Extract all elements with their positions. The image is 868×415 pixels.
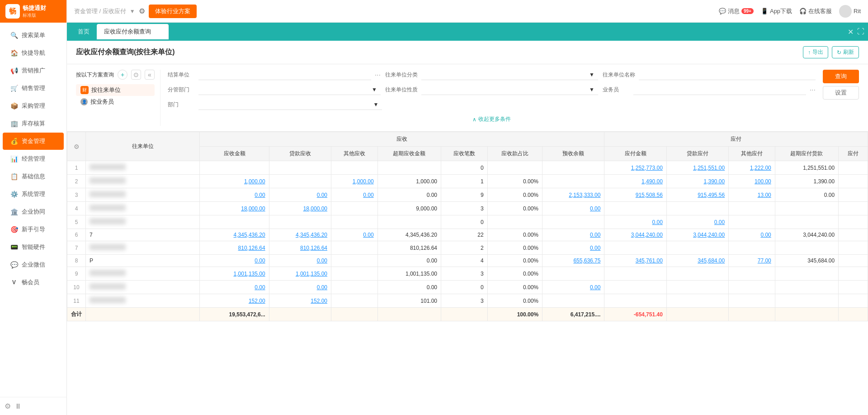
salesperson-dots[interactable]: ··· [810,86,816,94]
filter-option-by-unit[interactable]: 财 按往来单位 [76,84,155,96]
table-cell[interactable]: 0.00 [200,255,269,267]
col-settings[interactable]: ⚙ [67,132,86,161]
sidebar-item-inventory[interactable]: 🏢 库存核算 [3,115,64,132]
table-cell[interactable]: 1,252,773.00 [604,161,666,175]
tab-close-window-icon[interactable]: ✕ [848,28,854,36]
table-cell[interactable]: 1,222.00 [729,161,775,175]
table-cell[interactable]: 0.00 [604,215,666,229]
settings-filter-icon[interactable]: ⊙ [131,70,141,80]
settlement-unit-dots[interactable]: ··· [375,71,381,79]
app-download-action[interactable]: 📱 App下载 [761,7,792,15]
table-cell[interactable]: 915,508.56 [604,188,666,202]
sidebar-item-vip[interactable]: V 畅会员 [3,274,64,291]
sidebar-item-corp[interactable]: 🏛️ 企业协同 [3,203,64,220]
unit-category-select[interactable]: ▼ [421,70,598,80]
sidebar-item-system[interactable]: ⚙️ 系统管理 [3,186,64,203]
tab-close-icon[interactable]: ✕ [156,29,161,35]
table-cell[interactable]: 345,761.00 [604,255,666,267]
unit-nature-select[interactable]: ▼ [421,85,598,95]
promo-button[interactable]: 体验行业方案 [149,5,197,18]
table-cell[interactable]: 0.00 [542,281,604,294]
total-pre-bal[interactable]: 6,417,215.... [542,308,604,321]
set-button[interactable]: 设置 [823,86,859,100]
table-cell[interactable]: 18,000.00 [269,202,331,215]
table-cell[interactable]: 4,345,436.20 [269,229,331,241]
collapse-label: 收起更多条件 [478,115,511,123]
online-service-action[interactable]: 🎧 在线客服 [799,7,832,15]
table-cell[interactable]: 3,044,240.00 [666,229,728,241]
table-cell[interactable]: 13.00 [729,188,775,202]
table-cell[interactable]: 152.00 [269,294,331,308]
collapse-filter-icon[interactable]: « [145,70,155,80]
collapse-more-conditions[interactable]: ∧ 收起更多条件 [168,113,816,126]
table-cell[interactable]: 0.00 [269,281,331,294]
table-cell[interactable]: 1,390.00 [666,175,728,188]
dept-select[interactable]: ▼ [198,85,381,95]
sidebar-item-wechat[interactable]: 💬 企业微信 [3,256,64,273]
tab-fullscreen-icon[interactable]: ⛶ [857,28,864,36]
table-cell[interactable]: 1,000.00 [200,175,269,188]
sidebar-item-basic[interactable]: 📋 基础信息 [3,168,64,185]
table-cell[interactable]: 4,345,436.20 [200,229,269,241]
settings-footer-icon[interactable]: ⚙ [5,402,11,410]
unit-name-input[interactable] [639,70,816,80]
table-cell[interactable]: 345,684.00 [666,255,728,267]
table-cell[interactable]: 0.00 [200,188,269,202]
breadcrumb-arrow-icon[interactable]: ▼ [130,8,135,14]
sidebar-item-finance[interactable]: 💰 资金管理 [3,133,64,150]
table-cell[interactable]: 18,000.00 [200,202,269,215]
settlement-unit-input[interactable] [198,70,371,80]
table-cell[interactable]: 810,126.64 [200,241,269,255]
table-cell: 0.00 [377,255,441,267]
sidebar-item-guide[interactable]: 🎯 新手引导 [3,221,64,238]
sidebar-item-hardware[interactable]: 📟 智能硬件 [3,239,64,256]
collapse-sidebar-icon[interactable]: ⏸ [14,402,22,410]
table-cell[interactable]: 0.00 [200,281,269,294]
department-select[interactable]: ▼ [198,100,382,110]
sidebar-item-quicknav[interactable]: 🏠 快捷导航 [3,44,64,62]
salesperson-input[interactable] [633,85,806,95]
message-action[interactable]: 💬 消息 99+ [719,7,754,15]
table-cell[interactable]: 77.00 [729,255,775,267]
query-button[interactable]: 查询 [823,70,859,83]
table-settings-icon[interactable]: ⚙ [74,143,80,150]
filter-method-label: 按以下方案查询 [76,71,114,79]
table-cell[interactable]: 1,000.00 [331,175,378,188]
export-button[interactable]: ↑ 导出 [803,46,828,58]
table-cell[interactable]: 1,490.00 [604,175,666,188]
table-cell[interactable]: 0.00 [729,229,775,241]
refresh-button[interactable]: ↻ 刷新 [832,46,859,58]
sidebar-item-purchase[interactable]: 📦 采购管理 [3,97,64,114]
table-cell[interactable]: 0.00 [269,188,331,202]
table-cell[interactable]: 2,153,333.00 [542,188,604,202]
table-cell[interactable]: 0.00 [331,188,378,202]
table-cell[interactable]: 0.00 [666,215,728,229]
table-cell[interactable]: 152.00 [200,294,269,308]
sidebar-item-search[interactable]: 🔍 搜索菜单 [3,27,64,44]
table-cell[interactable]: 655,636.75 [542,255,604,267]
table-cell[interactable]: 1,251,551.00 [666,161,728,175]
table-cell[interactable]: 1,001,135.00 [200,267,269,281]
header-settings-icon[interactable]: ⚙ [139,7,145,15]
table-cell[interactable]: 0.00 [542,229,604,241]
user-name-display[interactable]: Rit [839,5,861,18]
total-rec-amt[interactable]: 19,553,472,6... [200,308,269,321]
sidebar-item-marketing[interactable]: 📢 营销推广 [3,62,64,79]
table-cell[interactable]: 100.00 [729,175,775,188]
table-cell[interactable]: 3,044,240.00 [604,229,666,241]
tab-home[interactable]: 首页 [71,24,97,39]
table-cell[interactable]: 0.00 [542,202,604,215]
table-cell[interactable]: 0.00 [331,229,378,241]
table-cell[interactable]: 1,001,135.00 [269,267,331,281]
table-cell[interactable]: 810,126.64 [269,241,331,255]
tab-receivable-query[interactable]: 应收应付余额查询 ✕ [97,24,169,39]
table-cell[interactable]: 915,495.56 [666,188,728,202]
sidebar-item-sales[interactable]: 🛒 销售管理 [3,80,64,97]
filter-option-by-salesperson[interactable]: 👤 按业务员 [76,96,155,108]
table-cell[interactable]: 0.00 [542,241,604,255]
sidebar-item-operation[interactable]: 📊 经营管理 [3,150,64,167]
add-filter-icon[interactable]: + [118,70,127,80]
breadcrumb: 资金管理 / 应收应付 [74,7,126,15]
table-cell [487,161,542,175]
table-cell[interactable]: 0.00 [269,255,331,267]
